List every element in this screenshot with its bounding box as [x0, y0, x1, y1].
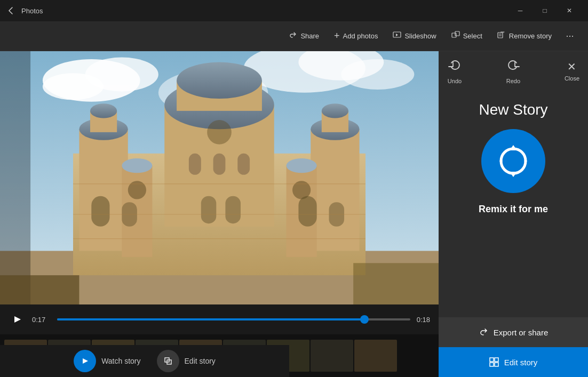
current-time: 0:17: [32, 316, 51, 324]
video-container: [0, 51, 439, 304]
add-icon: +: [334, 30, 340, 42]
undo-icon: [447, 58, 462, 76]
video-area: 0:17 0:18: [0, 51, 439, 377]
end-time: 0:18: [417, 316, 430, 324]
svg-rect-54: [490, 358, 494, 362]
svg-rect-56: [490, 363, 494, 366]
remix-button[interactable]: [481, 129, 545, 193]
panel-content: New Story Remix it for me: [439, 91, 588, 317]
panel-controls: Undo Redo ✕ Close: [439, 51, 588, 91]
add-photos-label: Add photos: [343, 32, 378, 40]
watch-icon: [74, 350, 96, 372]
svg-rect-3: [498, 33, 503, 38]
svg-point-43: [207, 120, 232, 145]
slideshow-icon: [393, 31, 401, 42]
svg-rect-55: [495, 358, 498, 362]
title-bar: Photos ─ □ ✕: [0, 0, 588, 21]
filmstrip-cell[interactable]: [311, 340, 353, 372]
bottom-bar: Watch story Edit story: [0, 345, 289, 377]
select-icon: [451, 31, 460, 42]
svg-point-19: [177, 62, 262, 99]
svg-rect-49: [353, 263, 439, 304]
svg-rect-33: [213, 154, 226, 175]
export-icon: [479, 327, 488, 337]
svg-point-9: [43, 73, 104, 100]
window-controls: ─ □ ✕: [508, 0, 582, 21]
svg-rect-39: [201, 196, 217, 223]
svg-rect-34: [237, 154, 250, 175]
story-title: New Story: [479, 101, 547, 118]
svg-rect-40: [225, 196, 241, 223]
svg-rect-37: [298, 196, 316, 227]
more-button[interactable]: ···: [560, 27, 579, 46]
export-label: Export or share: [494, 328, 549, 337]
svg-rect-2: [455, 31, 459, 36]
remix-label: Remix it for me: [479, 204, 548, 215]
share-button[interactable]: Share: [282, 28, 325, 45]
remove-icon: [497, 31, 506, 42]
toolbar: Share + Add photos Slideshow Select: [0, 21, 588, 51]
play-button[interactable]: [9, 311, 26, 328]
progress-fill: [57, 318, 364, 320]
svg-rect-35: [91, 196, 109, 227]
svg-rect-57: [495, 363, 498, 366]
svg-point-23: [90, 103, 117, 118]
app-title: Photos: [21, 7, 43, 15]
remove-story-button[interactable]: Remove story: [491, 28, 558, 45]
svg-point-27: [322, 103, 348, 118]
filmstrip-cell[interactable]: [354, 340, 397, 372]
svg-rect-1: [452, 33, 456, 37]
svg-rect-20: [79, 129, 128, 251]
share-label: Share: [300, 32, 319, 40]
svg-rect-48: [0, 275, 79, 304]
edit-story-button[interactable]: Edit story: [439, 347, 588, 377]
close-label: Close: [565, 75, 579, 82]
undo-button[interactable]: Undo: [447, 58, 462, 84]
redo-button[interactable]: Redo: [506, 58, 521, 84]
maximize-button[interactable]: □: [533, 0, 557, 21]
svg-point-12: [341, 59, 414, 90]
edit-story-bottom-button[interactable]: Edit story: [157, 350, 216, 372]
share-icon: [289, 31, 297, 42]
undo-label: Undo: [448, 78, 462, 84]
progress-bar[interactable]: [57, 318, 410, 320]
svg-rect-32: [189, 154, 201, 175]
svg-rect-24: [311, 129, 359, 251]
slideshow-label: Slideshow: [404, 32, 436, 40]
remix-icon: [495, 142, 532, 180]
back-button[interactable]: [6, 6, 15, 15]
slideshow-button[interactable]: Slideshow: [386, 28, 442, 45]
video-controls: 0:17 0:18: [0, 304, 439, 334]
watch-story-label: Watch story: [101, 357, 140, 365]
minimize-button[interactable]: ─: [508, 0, 533, 21]
export-share-button[interactable]: Export or share: [439, 317, 588, 347]
edit-story-icon: [489, 357, 499, 367]
edit-icon: [157, 350, 179, 372]
edit-story-bottom-label: Edit story: [185, 357, 216, 365]
close-panel-button[interactable]: ✕ Close: [565, 60, 579, 82]
remove-story-label: Remove story: [509, 32, 552, 40]
select-label: Select: [463, 32, 482, 40]
right-panel: Undo Redo ✕ Close New Story: [439, 51, 588, 377]
progress-thumb[interactable]: [360, 315, 369, 324]
select-button[interactable]: Select: [445, 28, 489, 45]
svg-point-31: [287, 158, 317, 173]
add-photos-button[interactable]: + Add photos: [328, 27, 384, 45]
watch-story-button[interactable]: Watch story: [74, 350, 140, 372]
close-button[interactable]: ✕: [557, 0, 582, 21]
edit-story-label: Edit story: [504, 358, 538, 367]
svg-rect-47: [0, 51, 30, 304]
redo-label: Redo: [506, 78, 520, 84]
video-frame: [0, 51, 439, 304]
main-layout: 0:17 0:18: [0, 51, 588, 377]
close-icon: ✕: [567, 60, 576, 73]
svg-point-29: [122, 158, 152, 173]
redo-icon: [506, 58, 521, 76]
